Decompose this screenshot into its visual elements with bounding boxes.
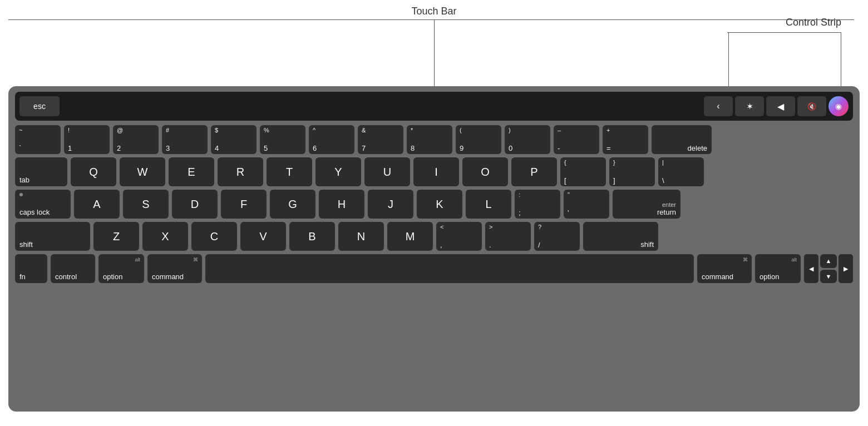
key-option-left-label: option: [103, 273, 122, 281]
key-delete[interactable]: delete: [652, 125, 712, 154]
key-bracket-open[interactable]: { [: [560, 157, 606, 186]
key-3-top: #: [166, 127, 169, 133]
key-y[interactable]: Y: [315, 157, 361, 186]
key-option-left[interactable]: alt option: [98, 254, 144, 283]
key-tab[interactable]: tab: [15, 157, 67, 186]
controlstrip-bracket-top: [727, 32, 841, 33]
mute-btn[interactable]: 🔇: [797, 96, 826, 116]
key-backslash[interactable]: | \: [658, 157, 704, 186]
key-2-top: @: [117, 127, 123, 133]
key-7-bottom: 7: [362, 145, 366, 152]
esc-key[interactable]: esc: [19, 96, 60, 116]
key-option-right[interactable]: alt option: [755, 254, 801, 283]
key-9[interactable]: ( 9: [456, 125, 501, 154]
key-2[interactable]: @ 2: [113, 125, 159, 154]
key-a[interactable]: A: [74, 190, 120, 219]
key-i[interactable]: I: [413, 157, 459, 186]
key-space[interactable]: [205, 254, 694, 283]
key-9-bottom: 9: [460, 145, 463, 152]
key-shift-left[interactable]: shift: [15, 222, 90, 251]
key-p[interactable]: P: [511, 157, 557, 186]
key-3[interactable]: # 3: [162, 125, 208, 154]
key-option-right-label: option: [760, 273, 779, 281]
key-7[interactable]: & 7: [358, 125, 403, 154]
key-arrow-down[interactable]: ▼: [820, 270, 837, 284]
touchbar-annotation-line: [434, 19, 435, 87]
key-command-right[interactable]: ⌘ command: [697, 254, 752, 283]
key-arrow-right[interactable]: ▶: [839, 254, 853, 283]
key-tilde[interactable]: ~ `: [15, 125, 61, 154]
key-w[interactable]: W: [120, 157, 165, 186]
key-slash[interactable]: ? /: [534, 222, 580, 251]
touchbar-chevron-btn[interactable]: ‹: [704, 96, 733, 116]
key-control-label: control: [55, 273, 77, 281]
key-equals[interactable]: + =: [603, 125, 648, 154]
key-backslash-top: |: [662, 160, 664, 166]
key-d[interactable]: D: [172, 190, 218, 219]
key-l[interactable]: L: [466, 190, 511, 219]
key-quote[interactable]: " ': [564, 190, 609, 219]
key-arrow-up[interactable]: ▲: [820, 254, 837, 268]
key-bracket-close[interactable]: } ]: [609, 157, 655, 186]
keyboard-shell: esc ‹ ✶ ◀ 🔇 ◉ ~: [8, 86, 860, 412]
key-1[interactable]: ! 1: [64, 125, 110, 154]
key-g[interactable]: G: [270, 190, 315, 219]
key-quote-bottom: ': [568, 209, 569, 216]
key-slash-bottom: /: [538, 241, 540, 249]
key-period-bottom: .: [489, 241, 491, 249]
volume-btn[interactable]: ◀: [766, 96, 795, 116]
key-shift-right[interactable]: shift: [583, 222, 658, 251]
key-bracket-close-top: }: [613, 160, 615, 166]
key-h[interactable]: H: [319, 190, 364, 219]
key-1-top: !: [68, 127, 70, 133]
key-8[interactable]: * 8: [407, 125, 452, 154]
key-b[interactable]: B: [289, 222, 335, 251]
arrow-up-icon: ▲: [826, 257, 832, 264]
key-6[interactable]: ^ 6: [309, 125, 354, 154]
key-comma[interactable]: < ,: [436, 222, 482, 251]
key-t[interactable]: T: [267, 157, 312, 186]
key-semicolon[interactable]: : ;: [515, 190, 560, 219]
key-0[interactable]: ) 0: [505, 125, 550, 154]
key-s[interactable]: S: [123, 190, 169, 219]
key-7-top: &: [362, 127, 366, 133]
key-x[interactable]: X: [142, 222, 188, 251]
key-0-top: ): [509, 127, 511, 133]
key-command-left[interactable]: ⌘ command: [147, 254, 202, 283]
key-k[interactable]: K: [417, 190, 462, 219]
number-row: ~ ` ! 1 @ 2 # 3 $ 4 % 5: [15, 125, 853, 154]
key-arrow-left[interactable]: ◀: [804, 254, 818, 283]
key-m[interactable]: M: [387, 222, 433, 251]
bottom-row: fn control alt option ⌘ command ⌘ comman…: [15, 254, 853, 283]
key-z[interactable]: Z: [93, 222, 139, 251]
key-j[interactable]: J: [368, 190, 413, 219]
key-u[interactable]: U: [364, 157, 410, 186]
touchbar-bracket-left: [8, 19, 434, 20]
key-minus-bottom: -: [558, 145, 560, 152]
key-r[interactable]: R: [218, 157, 263, 186]
key-q[interactable]: Q: [71, 157, 116, 186]
key-bracket-close-bottom: ]: [613, 177, 615, 184]
mute-icon: 🔇: [807, 102, 816, 111]
key-n[interactable]: N: [338, 222, 384, 251]
key-5[interactable]: % 5: [260, 125, 305, 154]
key-4[interactable]: $ 4: [211, 125, 257, 154]
key-control[interactable]: control: [51, 254, 95, 283]
key-v[interactable]: V: [240, 222, 286, 251]
key-2-bottom: 2: [117, 145, 121, 152]
brightness-btn[interactable]: ✶: [735, 96, 764, 116]
key-o[interactable]: O: [462, 157, 508, 186]
key-minus[interactable]: – -: [554, 125, 599, 154]
key-c[interactable]: C: [191, 222, 237, 251]
key-e[interactable]: E: [169, 157, 214, 186]
key-4-bottom: 4: [215, 145, 219, 152]
key-f[interactable]: F: [221, 190, 267, 219]
touchbar-main-area[interactable]: [63, 96, 701, 116]
volume-icon: ◀: [777, 101, 784, 112]
key-enter[interactable]: enter return: [613, 190, 680, 219]
key-period[interactable]: > .: [485, 222, 531, 251]
key-fn[interactable]: fn: [15, 254, 47, 283]
key-capslock[interactable]: caps lock: [15, 190, 71, 219]
siri-btn[interactable]: ◉: [828, 96, 849, 116]
controlstrip-line-left: [728, 32, 729, 87]
